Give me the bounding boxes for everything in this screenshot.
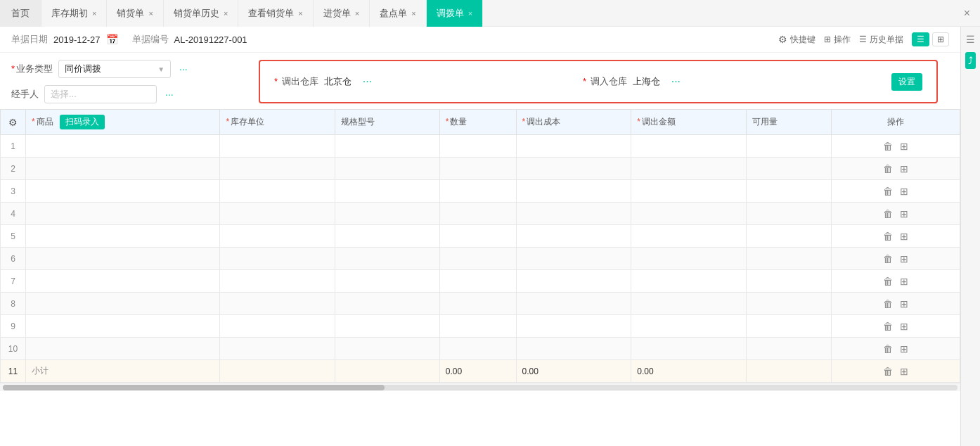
cell-cost[interactable] bbox=[516, 338, 631, 360]
handler-dots[interactable]: ··· bbox=[165, 89, 174, 100]
cell-qty[interactable] bbox=[439, 293, 516, 315]
cell-cost[interactable] bbox=[516, 158, 631, 180]
delete-icon[interactable]: 🗑 bbox=[883, 366, 893, 377]
cell-qty[interactable] bbox=[439, 248, 516, 270]
cell-available[interactable] bbox=[747, 180, 832, 203]
cell-product[interactable] bbox=[26, 225, 220, 248]
copy-icon[interactable]: ⊞ bbox=[900, 366, 908, 377]
cell-spec[interactable] bbox=[335, 270, 440, 293]
tab-close-sales-history[interactable]: × bbox=[224, 9, 228, 18]
setting-button[interactable]: 设置 bbox=[891, 73, 922, 91]
cell-product[interactable] bbox=[26, 315, 220, 338]
copy-icon[interactable]: ⊞ bbox=[900, 321, 908, 332]
target-warehouse-dots[interactable]: ··· bbox=[671, 75, 681, 88]
scan-button[interactable]: 扫码录入 bbox=[60, 115, 105, 129]
cell-spec[interactable] bbox=[335, 158, 440, 180]
copy-icon[interactable]: ⊞ bbox=[900, 343, 908, 355]
delete-icon[interactable]: 🗑 bbox=[883, 253, 893, 265]
copy-icon[interactable]: ⊞ bbox=[900, 208, 908, 219]
cell-available[interactable] bbox=[747, 158, 832, 180]
cell-unit[interactable] bbox=[220, 293, 335, 315]
cell-spec[interactable] bbox=[335, 315, 440, 338]
tab-stocktaking[interactable]: 盘点单 × bbox=[370, 0, 426, 27]
tab-sales-history[interactable]: 销货单历史 × bbox=[164, 0, 238, 27]
sidebar-export-icon[interactable]: ⤴ bbox=[965, 52, 976, 69]
cell-cost[interactable] bbox=[516, 293, 631, 315]
cell-unit[interactable] bbox=[220, 225, 335, 248]
cell-available[interactable] bbox=[747, 338, 832, 360]
cell-available[interactable] bbox=[747, 248, 832, 270]
cell-qty[interactable] bbox=[439, 270, 516, 293]
cell-amount[interactable] bbox=[631, 248, 747, 270]
cell-cost[interactable] bbox=[516, 248, 631, 270]
business-type-dots[interactable]: ··· bbox=[179, 63, 188, 75]
delete-icon[interactable]: 🗑 bbox=[883, 321, 893, 332]
operations-button[interactable]: ⊞ 操作 bbox=[824, 34, 851, 46]
cell-cost[interactable] bbox=[516, 180, 631, 203]
cell-qty[interactable] bbox=[439, 180, 516, 203]
tab-close-purchase[interactable]: × bbox=[355, 9, 359, 18]
delete-icon[interactable]: 🗑 bbox=[883, 231, 893, 242]
cell-qty[interactable] bbox=[439, 225, 516, 248]
tab-home[interactable]: 首页 bbox=[0, 0, 41, 27]
cell-cost[interactable] bbox=[516, 225, 631, 248]
cell-amount[interactable] bbox=[631, 180, 747, 203]
copy-icon[interactable]: ⊞ bbox=[900, 276, 908, 287]
cell-unit[interactable] bbox=[220, 135, 335, 158]
cell-product[interactable] bbox=[26, 338, 220, 360]
cell-available[interactable] bbox=[747, 293, 832, 315]
cell-unit[interactable] bbox=[220, 180, 335, 203]
cell-amount[interactable] bbox=[631, 203, 747, 225]
cell-available[interactable] bbox=[747, 315, 832, 338]
cell-unit[interactable] bbox=[220, 158, 335, 180]
cell-cost[interactable] bbox=[516, 135, 631, 158]
cell-qty[interactable] bbox=[439, 315, 516, 338]
cell-amount[interactable] bbox=[631, 338, 747, 360]
tab-transfer[interactable]: 调拨单 × bbox=[427, 0, 483, 27]
cell-available[interactable] bbox=[747, 225, 832, 248]
tab-sales-order[interactable]: 销货单 × bbox=[107, 0, 163, 27]
cell-product[interactable] bbox=[26, 135, 220, 158]
tab-close-inventory-init[interactable]: × bbox=[92, 9, 96, 18]
handler-select[interactable]: 选择... bbox=[44, 85, 157, 103]
copy-icon[interactable]: ⊞ bbox=[900, 141, 908, 152]
delete-icon[interactable]: 🗑 bbox=[883, 208, 893, 219]
gear-icon[interactable]: ⚙ bbox=[8, 117, 18, 128]
cell-amount[interactable] bbox=[631, 225, 747, 248]
sidebar-list-icon[interactable]: ☰ bbox=[966, 34, 975, 45]
shortcuts-button[interactable]: ⚙ 快捷键 bbox=[778, 34, 815, 46]
copy-icon[interactable]: ⊞ bbox=[900, 186, 908, 197]
scrollbar-track[interactable] bbox=[3, 385, 958, 390]
copy-icon[interactable]: ⊞ bbox=[900, 253, 908, 265]
cell-product[interactable] bbox=[26, 270, 220, 293]
cell-product[interactable] bbox=[26, 293, 220, 315]
cell-unit[interactable] bbox=[220, 338, 335, 360]
cell-unit[interactable] bbox=[220, 203, 335, 225]
cell-spec[interactable] bbox=[335, 293, 440, 315]
cell-product[interactable] bbox=[26, 180, 220, 203]
copy-icon[interactable]: ⊞ bbox=[900, 163, 908, 174]
cell-product[interactable] bbox=[26, 248, 220, 270]
cell-cost[interactable] bbox=[516, 315, 631, 338]
history-button[interactable]: ☰ 历史单据 bbox=[859, 34, 903, 46]
cell-product[interactable] bbox=[26, 203, 220, 225]
list-view-button[interactable]: ☰ bbox=[912, 32, 929, 46]
cell-amount[interactable] bbox=[631, 293, 747, 315]
delete-icon[interactable]: 🗑 bbox=[883, 141, 893, 152]
cell-amount[interactable] bbox=[631, 270, 747, 293]
tab-check-sales[interactable]: 查看销货单 × bbox=[238, 0, 313, 27]
delete-icon[interactable]: 🗑 bbox=[883, 276, 893, 287]
cell-cost[interactable] bbox=[516, 270, 631, 293]
tab-close-transfer[interactable]: × bbox=[468, 9, 472, 18]
cell-unit[interactable] bbox=[220, 315, 335, 338]
cell-available[interactable] bbox=[747, 270, 832, 293]
business-type-select[interactable]: 同价调拨 ▼ bbox=[58, 60, 171, 78]
cell-cost[interactable] bbox=[516, 203, 631, 225]
cell-available[interactable] bbox=[747, 135, 832, 158]
cell-spec[interactable] bbox=[335, 248, 440, 270]
delete-icon[interactable]: 🗑 bbox=[883, 343, 893, 355]
tab-purchase[interactable]: 进货单 × bbox=[314, 0, 370, 27]
delete-icon[interactable]: 🗑 bbox=[883, 298, 893, 310]
cell-qty[interactable] bbox=[439, 338, 516, 360]
copy-icon[interactable]: ⊞ bbox=[900, 298, 908, 310]
